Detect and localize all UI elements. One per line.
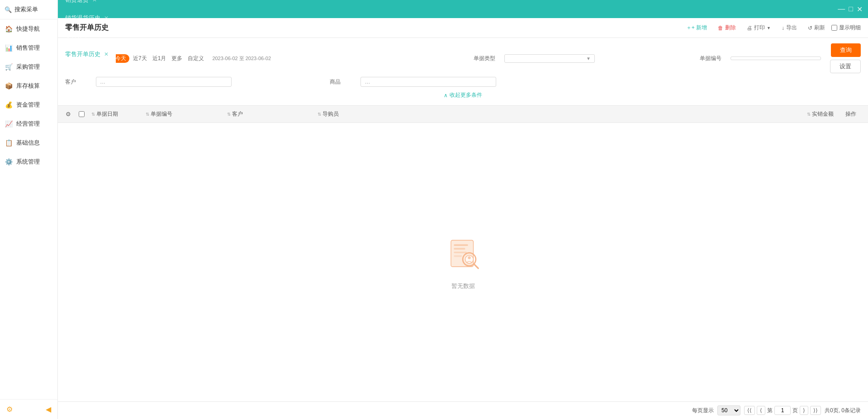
select-all-checkbox-cell[interactable] [75,111,88,117]
next-page-btn[interactable]: ⟩ [800,406,808,415]
print-button[interactable]: 🖨 打印 ▼ [742,22,775,34]
toolbar: 零售开单历史 ＋ + 新增 🗑 删除 🖨 打印 ▼ ↓ 导出 ↺ 刷新 显示明细 [58,18,868,38]
set-button[interactable]: 设置 [830,60,861,73]
tab-close-sales-return[interactable]: ✕ [92,0,97,3]
svg-rect-4 [454,255,462,257]
sidebar-item-label-inventory: 库存核算 [16,82,40,90]
export-button[interactable]: ↓ 导出 [777,22,802,34]
sidebar-item-quick-nav[interactable]: 🏠 快捷导航 [0,19,57,38]
pagination: 每页显示 102050100 ⟨⟨ ⟨ 第 页 ⟩ ⟩⟩ 共0页, 0条记录 [58,401,868,419]
empty-illustration [443,234,484,275]
svg-rect-3 [454,252,467,254]
window-restore-btn[interactable]: □ [849,5,853,13]
sidebar-item-inventory[interactable]: 📦 库存核算 [0,76,57,95]
svg-line-7 [474,264,478,268]
filter-actions: 查询 设置 [825,43,861,73]
tab-bar: 首页销售订单✕销货退货✕销货退货历史✕零售开单✕零售开单历史✕ — □ ✕ [58,0,868,18]
sidebar-item-finance[interactable]: 💰 资金管理 [0,95,57,114]
col-guide-label: 导购员 [323,110,339,118]
sidebar-item-operations[interactable]: 📈 经营管理 [0,114,57,133]
col-num-sort-icon[interactable]: ⇅ [146,112,149,117]
sidebar-search[interactable]: 🔍 搜索采单 [0,0,57,19]
customer-input[interactable]: … [96,77,232,87]
sidebar-item-sales-mgmt[interactable]: 📊 销售管理 [0,38,57,57]
prev-page-btn[interactable]: ⟨ [757,406,765,415]
tab-label-retail-open: 零售开单 [65,32,89,40]
empty-text: 暂无数据 [451,282,475,290]
first-page-btn[interactable]: ⟨⟨ [744,406,755,415]
tab-label-retail-open-history: 零售开单历史 [65,50,100,58]
bill-type-label: 单据类型 [474,55,501,62]
add-button[interactable]: ＋ + 新增 [682,22,711,34]
col-date-label: 单据日期 [96,110,118,118]
tab-sales-return[interactable]: 销货退货✕ [58,0,116,9]
col-amount-sort-icon[interactable]: ⇅ [807,112,811,117]
add-icon: ＋ [686,24,692,32]
bill-type-select[interactable]: ▼ [504,54,595,63]
tab-close-retail-open-history[interactable]: ✕ [104,51,109,57]
page-title: 零售开单历史 [65,23,680,33]
page-number-input[interactable] [774,406,791,415]
tab-sales-return-history[interactable]: 销货退货历史✕ [58,9,116,27]
settings-icon[interactable]: ⚙ [6,405,13,414]
customer-label: 客户 [65,78,92,86]
window-close-btn[interactable]: ✕ [857,5,863,14]
bill-type-arrow-icon: ▼ [586,56,591,61]
bill-num-input[interactable] [730,56,821,60]
svg-point-8 [468,256,470,259]
page-of-label: 页 [792,407,798,414]
search-icon: 🔍 [5,6,12,13]
tab-close-retail-open[interactable]: ✕ [92,33,97,39]
query-button[interactable]: 查询 [831,43,861,57]
delete-button[interactable]: 🗑 删除 [713,22,740,34]
last-page-btn[interactable]: ⟩⟩ [810,406,821,415]
date-shortcut-4[interactable]: 更多 [170,54,184,63]
refresh-button[interactable]: ↺ 刷新 [803,22,830,34]
refresh-icon: ↺ [808,25,812,31]
show-detail-checkbox[interactable] [831,25,837,31]
tab-close-sales-return-history[interactable]: ✕ [104,15,109,21]
sidebar-item-label-quick-nav: 快捷导航 [16,25,40,33]
collapse-filter-button[interactable]: ∧ 收起更多条件 [440,90,486,100]
tab-retail-open-history[interactable]: 零售开单历史✕ [58,45,116,63]
tab-label-sales-return-history: 销货退货历史 [65,14,100,22]
per-page-select[interactable]: 102050100 [717,405,740,415]
sidebar-item-label-purchase-mgmt: 采购管理 [16,63,40,71]
table-header: ⚙ ⇅ 单据日期 ⇅ 单据编号 ⇅ 客户 ⇅ 导购员 ⇅ [58,106,868,123]
col-customer-label: 客户 [232,110,243,118]
goods-placeholder: … [365,79,370,85]
print-icon: 🖨 [747,25,752,31]
date-shortcut-2[interactable]: 近7天 [131,54,149,63]
sidebar-item-icon-purchase-mgmt: 🛒 [5,63,13,71]
page-nav: ⟨⟨ ⟨ 第 页 ⟩ ⟩⟩ [744,406,821,415]
goods-label: 商品 [330,78,357,86]
col-amount-label: 实销金额 [812,110,834,118]
per-page-label: 每页显示 [692,407,714,414]
col-customer-sort-icon[interactable]: ⇅ [227,112,231,117]
date-shortcut-3[interactable]: 近1月 [151,54,168,63]
sidebar: 🔍 搜索采单 🏠 快捷导航 📊 销售管理 🛒 采购管理 📦 库存核算 💰 资金管… [0,0,58,419]
svg-rect-1 [454,245,468,246]
collapse-icon: ∧ [444,92,448,99]
total-info: 共0页, 0条记录 [825,407,861,414]
bill-num-label: 单据编号 [700,55,727,62]
tab-retail-open[interactable]: 零售开单✕ [58,27,116,45]
sidebar-item-icon-sales-mgmt: 📊 [5,44,13,52]
collapse-sidebar-icon[interactable]: ◀ [46,405,51,414]
sidebar-item-system-mgmt[interactable]: ⚙️ 系统管理 [0,152,57,171]
show-detail-checkbox-label[interactable]: 显示明细 [831,24,861,32]
print-dropdown-icon: ▼ [767,26,771,30]
col-header-date: ⇅ 单据日期 [88,110,142,118]
window-minimize-btn[interactable]: — [838,5,845,13]
col-header-customer: ⇅ 客户 [223,110,314,118]
select-all-checkbox[interactable] [79,111,85,117]
col-date-sort-icon[interactable]: ⇅ [91,112,95,117]
date-shortcut-5[interactable]: 自定义 [186,54,206,63]
sidebar-item-purchase-mgmt[interactable]: 🛒 采购管理 [0,57,57,76]
sidebar-item-basic-info[interactable]: 📋 基础信息 [0,133,57,152]
filter-row-2: 客户 … 商品 … [65,77,861,87]
col-guide-sort-icon[interactable]: ⇅ [318,112,321,117]
svg-rect-2 [454,248,465,250]
column-settings-icon[interactable]: ⚙ [62,111,75,118]
goods-input[interactable]: … [360,77,496,87]
